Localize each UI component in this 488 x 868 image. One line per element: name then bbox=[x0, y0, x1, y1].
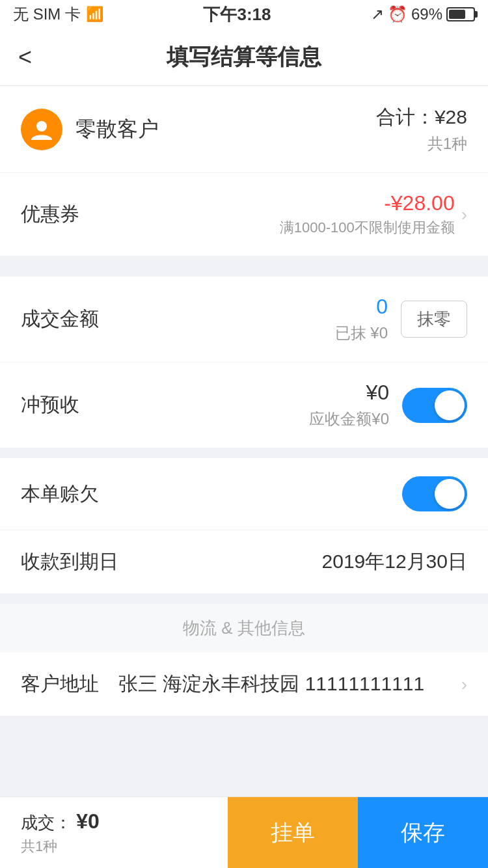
due-date-row: 收款到期日 2019年12月30日 bbox=[0, 530, 488, 593]
prepayment-right: ¥0 应收金额¥0 bbox=[309, 381, 467, 429]
debit-toggle[interactable] bbox=[402, 476, 467, 511]
section-divider-1 bbox=[0, 266, 488, 277]
bottom-summary: 成交： ¥0 共1种 bbox=[0, 809, 228, 856]
coupon-value-block: -¥28.00 满1000-100不限制使用金额 bbox=[280, 191, 455, 237]
prepayment-toggle[interactable] bbox=[402, 388, 467, 423]
content: 零散客户 合计：¥28 共1种 优惠券 -¥28.00 满1000-100不限制… bbox=[0, 86, 488, 804]
bottom-deal-label: 成交： bbox=[21, 813, 72, 832]
total-amount: 合计：¥28 bbox=[376, 104, 467, 131]
deal-amount-sub: 已抹 ¥0 bbox=[335, 323, 388, 344]
debit-card: 本单赊欠 收款到期日 2019年12月30日 bbox=[0, 458, 488, 593]
logistics-title: 物流 & 其他信息 bbox=[183, 618, 305, 638]
deal-amount-right: 0 已抹 ¥0 抹零 bbox=[335, 295, 467, 344]
coupon-row[interactable]: 优惠券 -¥28.00 满1000-100不限制使用金额 › bbox=[0, 172, 488, 256]
section-divider-3 bbox=[0, 593, 488, 604]
deal-amount-row: 成交金额 0 已抹 ¥0 抹零 bbox=[0, 277, 488, 362]
deal-amount-values: 0 已抹 ¥0 bbox=[335, 295, 388, 344]
wifi-icon: 📶 bbox=[86, 6, 103, 23]
status-right: ↗ ⏰ 69% bbox=[371, 5, 475, 23]
round-off-button[interactable]: 抹零 bbox=[401, 301, 467, 338]
debit-right bbox=[402, 476, 467, 511]
prepayment-label: 冲预收 bbox=[21, 392, 79, 418]
status-bar: 无 SIM 卡 📶 下午3:18 ↗ ⏰ 69% bbox=[0, 0, 488, 29]
due-date-label: 收款到期日 bbox=[21, 549, 118, 575]
hold-button[interactable]: 挂单 bbox=[228, 797, 358, 869]
coupon-label: 优惠券 bbox=[21, 201, 79, 228]
customer-left: 零散客户 bbox=[21, 109, 159, 150]
status-left: 无 SIM 卡 📶 bbox=[13, 4, 103, 25]
deal-amount-card: 成交金额 0 已抹 ¥0 抹零 冲预收 ¥0 应收金额¥0 bbox=[0, 277, 488, 448]
prepayment-amount: ¥0 bbox=[363, 381, 389, 405]
battery-fill bbox=[449, 10, 465, 19]
coupon-desc: 满1000-100不限制使用金额 bbox=[280, 218, 455, 237]
deal-amount-label: 成交金额 bbox=[21, 306, 99, 332]
customer-summary: 合计：¥28 共1种 bbox=[376, 104, 467, 154]
status-time: 下午3:18 bbox=[203, 3, 271, 26]
debit-toggle-knob bbox=[435, 479, 465, 509]
debit-row: 本单赊欠 bbox=[0, 458, 488, 530]
bottom-count: 共1种 bbox=[21, 837, 207, 856]
save-button[interactable]: 保存 bbox=[358, 797, 488, 869]
prepayment-sub: 应收金额¥0 bbox=[309, 409, 389, 429]
page-title: 填写结算等信息 bbox=[167, 42, 321, 72]
back-button[interactable]: < bbox=[18, 44, 32, 71]
toggle-knob bbox=[435, 390, 465, 420]
nav-bar: < 填写结算等信息 bbox=[0, 29, 488, 86]
bottom-deal-amount: ¥0 bbox=[76, 809, 100, 833]
coupon-discount: -¥28.00 bbox=[280, 191, 455, 215]
location-icon: ↗ bbox=[371, 5, 384, 23]
bottom-bar: 成交： ¥0 共1种 挂单 保存 bbox=[0, 796, 488, 868]
address-label: 客户地址 bbox=[21, 671, 99, 698]
battery-percent: 69% bbox=[411, 5, 442, 23]
chevron-right-icon: › bbox=[461, 204, 467, 225]
address-chevron-icon: › bbox=[461, 674, 467, 695]
carrier-label: 无 SIM 卡 bbox=[13, 4, 81, 25]
total-count: 共1种 bbox=[376, 133, 467, 154]
address-row[interactable]: 客户地址 张三 海淀永丰科技园 11111111111 › bbox=[0, 653, 488, 716]
customer-row: 零散客户 合计：¥28 共1种 bbox=[0, 86, 488, 172]
customer-name: 零散客户 bbox=[75, 115, 159, 144]
alarm-icon: ⏰ bbox=[388, 5, 407, 23]
prepayment-row: 冲预收 ¥0 应收金额¥0 bbox=[0, 362, 488, 448]
svg-point-0 bbox=[36, 121, 47, 131]
bottom-deal-row: 成交： ¥0 bbox=[21, 809, 207, 834]
avatar bbox=[21, 109, 62, 150]
debit-label: 本单赊欠 bbox=[21, 481, 99, 508]
deal-amount-value[interactable]: 0 bbox=[362, 295, 388, 319]
address-card: 客户地址 张三 海淀永丰科技园 11111111111 › bbox=[0, 653, 488, 716]
section-divider-2 bbox=[0, 448, 488, 458]
logistics-header: 物流 & 其他信息 bbox=[0, 604, 488, 653]
due-date-value: 2019年12月30日 bbox=[322, 549, 467, 575]
user-icon bbox=[30, 118, 53, 141]
battery-icon bbox=[446, 7, 475, 21]
address-value: 张三 海淀永丰科技园 11111111111 bbox=[118, 671, 461, 698]
prepayment-values: ¥0 应收金额¥0 bbox=[309, 381, 389, 429]
customer-card: 零散客户 合计：¥28 共1种 优惠券 -¥28.00 满1000-100不限制… bbox=[0, 86, 488, 256]
coupon-right: -¥28.00 满1000-100不限制使用金额 › bbox=[280, 191, 467, 237]
